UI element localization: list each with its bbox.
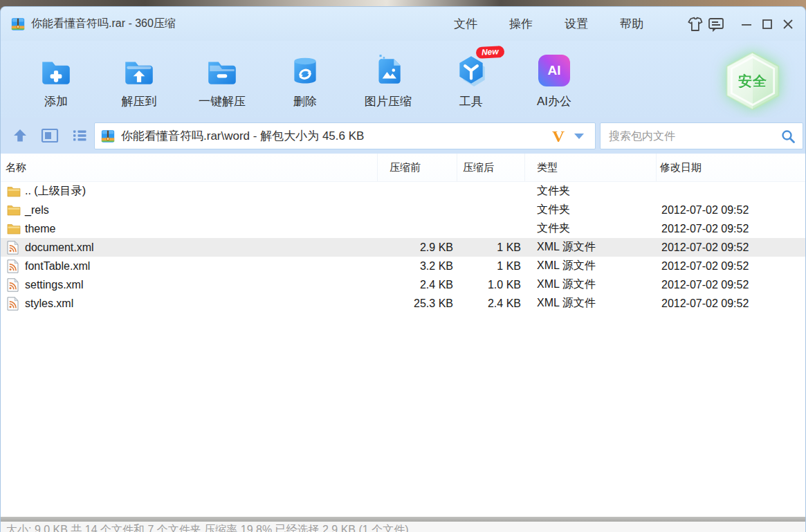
file-date: 2012-07-02 09:52 xyxy=(657,241,806,254)
menu-settings[interactable]: 设置 xyxy=(565,16,588,32)
file-size-before: 25.3 KB xyxy=(378,297,457,310)
menu-actions[interactable]: 操作 xyxy=(509,16,533,32)
xml-file-icon xyxy=(7,297,19,311)
table-row[interactable]: document.xml 2.9 KB 1 KB XML 源文件 2012-07… xyxy=(1,238,806,257)
file-type: 文件夹 xyxy=(525,184,657,199)
image-compress-button[interactable]: 图片压缩 xyxy=(350,53,426,109)
file-list-panel: 名称 压缩前 压缩后 类型 修改日期 .. (上级目录) 文件夹 _rels 文… xyxy=(1,154,806,517)
one-click-extract-button[interactable]: 一键解压 xyxy=(184,53,260,109)
go-up-icon[interactable] xyxy=(12,127,28,144)
table-row[interactable]: styles.xml 25.3 KB 2.4 KB XML 源文件 2012-0… xyxy=(1,294,806,313)
file-date: 2012-07-02 09:52 xyxy=(657,260,806,273)
file-size-after: 1 KB xyxy=(457,260,525,273)
window-title: 你能看懂音符吗.rar - 360压缩 xyxy=(31,17,176,31)
menu-bar: 文件 操作 设置 帮助 xyxy=(454,7,643,41)
add-folder-icon xyxy=(39,53,73,88)
file-name: document.xml xyxy=(25,241,94,254)
file-type: XML 源文件 xyxy=(525,240,657,255)
file-date: 2012-07-02 09:52 xyxy=(657,223,806,235)
file-type: XML 源文件 xyxy=(525,277,657,292)
new-badge: New xyxy=(476,46,505,59)
table-row[interactable]: settings.xml 2.4 KB 1.0 KB XML 源文件 2012-… xyxy=(1,275,806,294)
file-name: styles.xml xyxy=(25,297,73,310)
header-size-before[interactable]: 压缩前 xyxy=(378,154,457,181)
search-icon[interactable] xyxy=(780,129,796,144)
file-type: 文件夹 xyxy=(525,221,657,236)
toolbar-label: 添加 xyxy=(44,93,68,109)
search-box[interactable] xyxy=(600,122,803,149)
one-click-extract-icon xyxy=(205,53,239,88)
toolbar-label: 删除 xyxy=(293,93,317,109)
file-name: settings.xml xyxy=(25,279,83,291)
toolbar: 添加 解压到 xyxy=(1,41,805,118)
folder-icon xyxy=(7,185,21,197)
file-size-after: 2.4 KB xyxy=(457,297,525,310)
extract-to-icon xyxy=(122,53,156,88)
file-name: .. (上级目录) xyxy=(25,184,86,199)
file-type: XML 源文件 xyxy=(525,259,657,273)
vip-logo[interactable]: V xyxy=(552,127,565,145)
archive-path: 你能看懂音符吗.rar\word - 解包大小为 45.6 KB xyxy=(121,128,552,144)
image-compress-icon xyxy=(371,53,405,88)
address-bar[interactable]: 你能看懂音符吗.rar\word - 解包大小为 45.6 KB V xyxy=(94,122,596,149)
file-date: 2012-07-02 09:52 xyxy=(657,204,806,217)
file-date: 2012-07-02 09:52 xyxy=(657,297,806,310)
folder-icon xyxy=(7,204,21,216)
file-type: 文件夹 xyxy=(525,203,657,217)
add-button[interactable]: 添加 xyxy=(18,53,94,109)
security-shield[interactable]: 安全 xyxy=(721,49,785,113)
file-list: .. (上级目录) 文件夹 _rels 文件夹 2012-07-02 09:52… xyxy=(1,182,806,313)
toolbar-label: AI办公 xyxy=(537,93,571,109)
header-name[interactable]: 名称 xyxy=(1,154,378,181)
theme-skin-icon[interactable] xyxy=(685,14,706,35)
delete-button[interactable]: 删除 xyxy=(267,53,343,109)
feedback-message-icon[interactable] xyxy=(706,14,726,35)
file-name: _rels xyxy=(25,204,49,217)
folder-icon xyxy=(7,223,21,235)
toolbar-label: 一键解压 xyxy=(199,93,246,109)
status-separator xyxy=(1,517,805,522)
window-controls xyxy=(685,7,798,41)
search-input[interactable] xyxy=(609,130,780,143)
toolbar-label: 解压到 xyxy=(122,93,157,109)
xml-file-icon xyxy=(7,278,19,292)
menu-help[interactable]: 帮助 xyxy=(620,16,643,32)
chevron-down-icon[interactable] xyxy=(574,134,584,139)
tools-button[interactable]: New 工具 xyxy=(433,53,509,109)
header-date[interactable]: 修改日期 xyxy=(657,154,806,181)
rar-archive-icon xyxy=(100,129,116,144)
toolbar-label: 工具 xyxy=(459,93,483,109)
close-button[interactable] xyxy=(778,14,798,35)
app-window: 你能看懂音符吗.rar - 360压缩 文件 操作 设置 帮助 xyxy=(0,6,806,532)
rar-archive-icon xyxy=(10,17,26,32)
file-size-before: 3.2 KB xyxy=(378,260,457,273)
trash-recycle-icon xyxy=(288,53,322,88)
header-size-after[interactable]: 压缩后 xyxy=(457,154,525,181)
status-text: 大小: 9.0 KB 共 14 个文件和 7 个文件夹 压缩率 19.8% 已经… xyxy=(6,523,408,532)
security-shield-label: 安全 xyxy=(721,49,785,113)
file-size-after: 1 KB xyxy=(457,241,525,254)
address-row: 你能看懂音符吗.rar\word - 解包大小为 45.6 KB V xyxy=(1,118,805,154)
file-type: XML 源文件 xyxy=(525,296,657,311)
xml-file-icon xyxy=(7,259,19,273)
table-row[interactable]: fontTable.xml 3.2 KB 1 KB XML 源文件 2012-0… xyxy=(1,257,806,275)
file-name: fontTable.xml xyxy=(25,260,90,273)
table-row[interactable]: theme 文件夹 2012-07-02 09:52 xyxy=(1,219,806,238)
ai-office-button[interactable]: AI AI办公 xyxy=(516,53,592,109)
table-row[interactable]: _rels 文件夹 2012-07-02 09:52 xyxy=(1,201,806,219)
header-type[interactable]: 类型 xyxy=(525,154,657,181)
xml-file-icon xyxy=(7,241,19,255)
file-name: theme xyxy=(25,223,55,235)
menu-file[interactable]: 文件 xyxy=(454,16,477,32)
file-size-before: 2.4 KB xyxy=(378,279,457,291)
minimize-button[interactable] xyxy=(736,14,757,35)
extract-to-button[interactable]: 解压到 xyxy=(101,53,177,109)
file-size-before: 2.9 KB xyxy=(378,241,457,254)
ai-office-icon: AI xyxy=(537,53,571,88)
maximize-button[interactable] xyxy=(757,14,778,35)
table-header: 名称 压缩前 压缩后 类型 修改日期 xyxy=(1,154,806,182)
preview-pane-icon[interactable] xyxy=(41,127,59,144)
toolbar-label: 图片压缩 xyxy=(365,93,412,109)
table-row[interactable]: .. (上级目录) 文件夹 xyxy=(1,182,806,201)
list-view-icon[interactable] xyxy=(71,127,88,144)
